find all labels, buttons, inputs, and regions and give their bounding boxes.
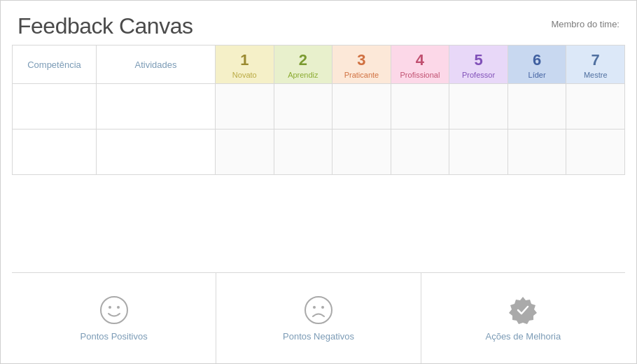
col-header-atividades: Atividades: [97, 46, 216, 84]
level-cell-r1-c6[interactable]: [566, 130, 625, 175]
level-cell-r0-c1[interactable]: [274, 84, 332, 130]
level-cell-r0-c5[interactable]: [507, 84, 566, 130]
bottom-section: Pontos Positivos Pontos Negativos Ações …: [12, 272, 625, 363]
svg-point-1: [108, 306, 111, 309]
bottom-panel-positivos[interactable]: Pontos Positivos: [12, 273, 216, 363]
level-cell-r1-c0[interactable]: [216, 130, 274, 175]
col-header-level-4: 4Profissional: [391, 46, 449, 84]
bottom-panel-label-negativos: Pontos Negativos: [283, 331, 354, 342]
col-header-level-5: 5Professor: [449, 46, 508, 84]
col-header-competencia: Competência: [13, 46, 97, 84]
col-header-level-2: 2Aprendiz: [274, 46, 332, 84]
level-cell-r0-c6[interactable]: [566, 84, 625, 130]
feedback-table: Competência Atividades 1Novato2Aprendiz3…: [12, 45, 625, 175]
page-title: Feedback Canvas: [18, 13, 192, 39]
col-header-level-7: 7Mestre: [566, 46, 625, 84]
svg-point-3: [305, 297, 332, 323]
page-wrapper: Feedback Canvas Membro do time: Competên…: [0, 0, 637, 364]
member-label: Membro do time:: [551, 13, 620, 29]
svg-point-0: [101, 297, 127, 323]
competencia-cell-1[interactable]: [13, 130, 97, 175]
svg-point-2: [117, 306, 120, 309]
svg-point-4: [313, 306, 316, 309]
level-cell-r1-c1[interactable]: [274, 130, 332, 175]
competencia-cell-0[interactable]: [13, 84, 97, 130]
level-cell-r0-c0[interactable]: [216, 84, 274, 130]
level-cell-r0-c2[interactable]: [332, 84, 391, 130]
bottom-panel-label-acoes: Ações de Melhoria: [485, 331, 561, 342]
col-header-level-6: 6Líder: [507, 46, 566, 84]
level-cell-r1-c5[interactable]: [507, 130, 566, 175]
atividades-cell-0[interactable]: [97, 84, 216, 130]
level-cell-r0-c4[interactable]: [449, 84, 508, 130]
smiley-happy-icon: [99, 295, 130, 326]
col-header-level-3: 3Praticante: [332, 46, 391, 84]
smiley-sad-icon: [303, 295, 334, 326]
svg-point-5: [321, 306, 324, 309]
table-row: [13, 130, 625, 175]
col-header-level-1: 1Novato: [216, 46, 274, 84]
level-cell-r1-c2[interactable]: [332, 130, 391, 175]
header: Feedback Canvas Membro do time:: [1, 1, 636, 45]
badge-check-icon: [507, 295, 538, 326]
level-cell-r0-c3[interactable]: [391, 84, 449, 130]
bottom-panel-negativos[interactable]: Pontos Negativos: [216, 273, 421, 363]
table-row: [13, 84, 625, 130]
bottom-panel-acoes[interactable]: Ações de Melhoria: [421, 273, 625, 363]
atividades-cell-1[interactable]: [97, 130, 216, 175]
main-table-wrapper: Competência Atividades 1Novato2Aprendiz3…: [1, 45, 636, 272]
level-cell-r1-c3[interactable]: [391, 130, 449, 175]
bottom-panel-label-positivos: Pontos Positivos: [80, 331, 148, 342]
level-cell-r1-c4[interactable]: [449, 130, 508, 175]
